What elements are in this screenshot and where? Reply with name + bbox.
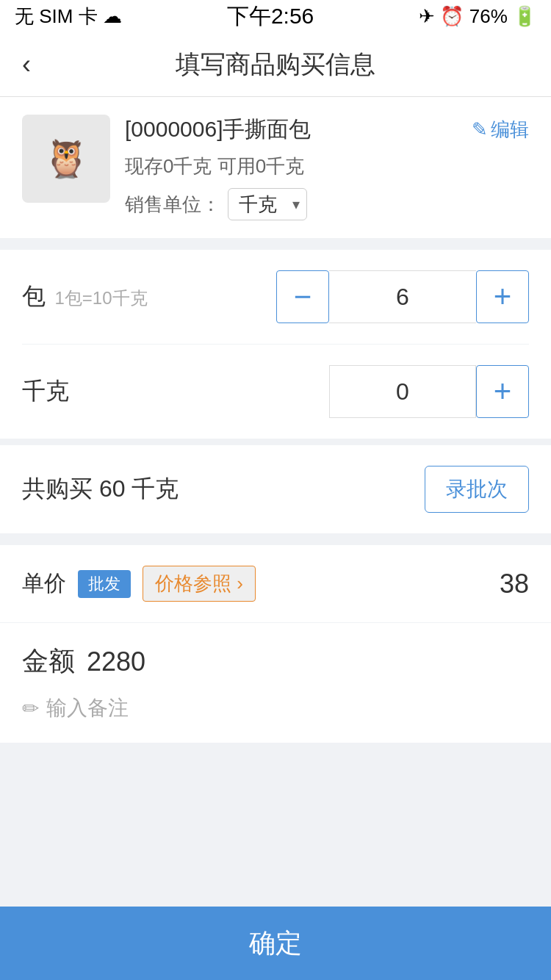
- bao-label: 包: [22, 283, 46, 309]
- status-right: ✈ ⏰ 76% 🔋: [419, 5, 536, 28]
- unit-select[interactable]: 千克: [228, 188, 307, 220]
- status-bar: 无 SIM 卡 ☁ 下午2:56 ✈ ⏰ 76% 🔋: [0, 0, 551, 32]
- bao-increment-button[interactable]: +: [476, 270, 529, 323]
- back-button[interactable]: ‹: [15, 42, 38, 87]
- sim-label: 无 SIM 卡 ☁: [15, 4, 122, 29]
- kg-label-group: 千克: [22, 375, 69, 408]
- kg-row: 千克 +: [22, 345, 529, 439]
- page-title: 填写商品购买信息: [176, 48, 375, 82]
- edit-button[interactable]: ✎ 编辑: [472, 117, 529, 143]
- product-thumbnail: 🦉: [43, 137, 89, 180]
- price-label: 单价: [22, 569, 66, 599]
- bao-sublabel: 1包=10千克: [54, 288, 147, 308]
- price-badge: 批发: [78, 570, 131, 598]
- kg-input[interactable]: [329, 365, 476, 418]
- kg-controls: +: [329, 365, 529, 418]
- amount-block: 金额 2280 ✏ 输入备注: [0, 623, 551, 743]
- edit-remark-icon: ✏: [22, 696, 39, 721]
- price-value: 38: [500, 569, 529, 599]
- price-section: 单价 批发 价格参照 › 38: [0, 545, 551, 623]
- product-info: [0000006]手撕面包 ✎ 编辑 现存0千克 可用0千克 销售单位： 千克 …: [125, 115, 529, 220]
- summary-section: 共购买 60 千克 录批次: [0, 445, 551, 539]
- product-card: 🦉 [0000006]手撕面包 ✎ 编辑 现存0千克 可用0千克 销售单位： 千…: [0, 97, 551, 244]
- confirm-bar[interactable]: 确定: [0, 907, 551, 980]
- nav-bar: ‹ 填写商品购买信息: [0, 32, 551, 97]
- kg-increment-button[interactable]: +: [476, 365, 529, 418]
- bao-label-group: 包 1包=10千克: [22, 281, 148, 313]
- unit-label: 销售单位：: [125, 192, 220, 217]
- bao-row: 包 1包=10千克 − +: [22, 250, 529, 345]
- edit-icon: ✎: [472, 118, 488, 141]
- bao-decrement-button[interactable]: −: [276, 270, 329, 323]
- amount-label: 金额: [22, 644, 75, 680]
- product-stock: 现存0千克 可用0千克: [125, 154, 529, 179]
- product-image: 🦉: [22, 115, 110, 203]
- bao-controls: − +: [276, 270, 529, 323]
- product-name: [0000006]手撕面包: [125, 115, 311, 145]
- amount-row: 金额 2280: [22, 644, 529, 680]
- bao-input[interactable]: [329, 270, 476, 323]
- amount-value: 2280: [87, 646, 145, 677]
- kg-label: 千克: [22, 378, 69, 404]
- battery-label: ✈ ⏰ 76% 🔋: [419, 5, 536, 28]
- edit-label: 编辑: [491, 117, 529, 143]
- unit-select-wrap[interactable]: 千克 ▾: [228, 188, 307, 220]
- divider-2: [0, 439, 551, 445]
- divider-3: [0, 539, 551, 545]
- remark-row[interactable]: ✏ 输入备注: [22, 694, 529, 722]
- status-left: 无 SIM 卡 ☁: [15, 4, 122, 29]
- divider-1: [0, 244, 551, 250]
- remark-text: 输入备注: [46, 694, 129, 722]
- confirm-button[interactable]: 确定: [249, 926, 302, 962]
- quantity-section: 包 1包=10千克 − + 千克 +: [0, 250, 551, 439]
- status-time: 下午2:56: [227, 1, 314, 32]
- price-ref-button[interactable]: 价格参照 ›: [143, 566, 256, 602]
- batch-button[interactable]: 录批次: [425, 466, 529, 513]
- back-icon: ‹: [22, 49, 31, 79]
- summary-text: 共购买 60 千克: [22, 473, 179, 505]
